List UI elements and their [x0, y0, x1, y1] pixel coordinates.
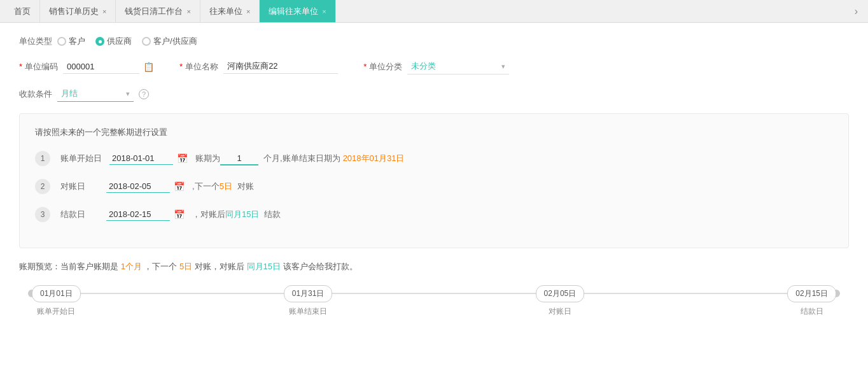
timeline-node-4: 02月15日 结款日 [787, 285, 836, 317]
period-end-date: 2018年01月31日 [343, 153, 405, 164]
tab-cash-work[interactable]: 钱货日清工作台 × [116, 0, 200, 22]
settings-box: 请按照未来的一个完整帐期进行设置 1 账单开始日 📅 账期为 个月,账单结束日期… [19, 113, 849, 248]
row-num-1: 1 [35, 151, 50, 166]
row-label-2: 对账日 [60, 181, 99, 192]
tab-sales-history[interactable]: 销售订单历史 × [40, 0, 116, 22]
start-date-input[interactable] [109, 152, 173, 165]
reconcile-suffix: 对账 [237, 181, 254, 192]
tab-cash-work-close[interactable]: × [186, 8, 190, 15]
payment-highlight: 同月15日 [225, 209, 259, 220]
payment-suffix: 结款 [264, 209, 281, 220]
radio-circle-customer [57, 37, 66, 46]
unit-code-group: * 单位编码 📋 [19, 60, 154, 74]
preview-mid2: 对账，对账后 [195, 262, 244, 271]
radio-supplier[interactable]: 供应商 [95, 36, 132, 47]
payment-condition-dropdown[interactable]: 月结 ▾ [57, 86, 134, 102]
unit-category-star: * [363, 62, 367, 71]
timeline-node-1: 01月01日 账单开始日 [32, 285, 81, 317]
preview-h1: 1个月 [121, 262, 142, 271]
preview-text: 账期预览：当前客户账期是 1个月 ，下一个 5日 对账，对账后 同月15日 该客… [19, 261, 849, 272]
setting-row-2: 2 对账日 📅 ,下一个 5日 对账 [35, 179, 833, 194]
reconcile-highlight: 5日 [220, 181, 232, 192]
radio-customer[interactable]: 客户 [57, 36, 85, 47]
row-num-3: 3 [35, 207, 50, 222]
preview-prefix: 账期预览：当前客户账期是 [19, 262, 118, 271]
timeline-node-2-date: 01月31日 [284, 285, 333, 302]
tab-sales-history-close[interactable]: × [102, 8, 106, 15]
unit-category-dropdown[interactable]: 未分类 ▾ [407, 59, 509, 74]
payment-condition-value: 月结 [61, 88, 123, 99]
unit-name-label: 单位名称 [185, 61, 218, 73]
row-label-3: 结款日 [60, 209, 99, 220]
preview-h2: 5日 [179, 262, 192, 271]
tab-partner-close[interactable]: × [246, 8, 250, 15]
setting-row-1: 1 账单开始日 📅 账期为 个月,账单结束日期为 2018年01月31日 [35, 151, 833, 166]
main-content: 单位类型 客户 供应商 客户/供应商 * 单位编码 📋 * 单位名称 [0, 23, 868, 387]
timeline-node-1-date: 01月01日 [32, 285, 81, 302]
unit-type-radio-group: 客户 供应商 客户/供应商 [57, 36, 197, 47]
timeline-node-3-date: 02月05日 [536, 285, 585, 302]
tab-edit-partner[interactable]: 编辑往来单位 × [260, 0, 335, 22]
unit-name-star: * [179, 62, 183, 71]
payment-condition-help-icon[interactable]: ? [139, 89, 149, 99]
tab-home[interactable]: 首页 [5, 0, 40, 22]
row-label-1: 账单开始日 [60, 153, 102, 164]
period-suffix: 个月,账单结束日期为 [263, 153, 340, 164]
radio-circle-customer-supplier [142, 37, 151, 46]
unit-category-group: * 单位分类 未分类 ▾ [363, 59, 509, 74]
reconcile-prefix: ,下一个 [192, 181, 220, 192]
timeline: 01月01日 账单开始日 01月31日 账单结束日 02月05日 对账日 02月… [19, 285, 849, 317]
start-date-calendar-icon[interactable]: 📅 [177, 153, 188, 164]
timeline-node-4-label: 结款日 [801, 306, 823, 317]
timeline-nodes: 01月01日 账单开始日 01月31日 账单结束日 02月05日 对账日 02月… [32, 285, 836, 317]
payment-date-input[interactable] [106, 208, 170, 221]
payment-condition-label: 收款条件 [19, 88, 52, 100]
setting-row-3: 3 结款日 📅 ，对账后 同月15日 结款 [35, 207, 833, 222]
unit-category-label: 单位分类 [369, 61, 402, 73]
reconcile-date-calendar-icon[interactable]: 📅 [174, 181, 185, 192]
settings-title: 请按照未来的一个完整帐期进行设置 [35, 127, 833, 138]
period-input[interactable] [220, 152, 258, 165]
preview-h3: 同月15日 [247, 262, 281, 271]
timeline-node-4-date: 02月15日 [787, 285, 836, 302]
period-prefix: 账期为 [195, 153, 220, 164]
unit-type-label: 单位类型 [19, 36, 52, 47]
radio-customer-supplier[interactable]: 客户/供应商 [142, 36, 197, 47]
preview-mid1: ，下一个 [144, 262, 177, 271]
payment-date-calendar-icon[interactable]: 📅 [174, 209, 185, 220]
unit-code-label: 单位编码 [25, 61, 58, 73]
tab-expand-button[interactable]: › [850, 6, 863, 17]
payment-condition-row: 收款条件 月结 ▾ ? [19, 86, 849, 102]
payment-condition-arrow-icon: ▾ [126, 90, 130, 98]
radio-circle-supplier [95, 37, 104, 46]
unit-type-row: 单位类型 客户 供应商 客户/供应商 [19, 36, 849, 47]
timeline-node-2-label: 账单结束日 [289, 306, 327, 317]
timeline-node-1-label: 账单开始日 [37, 306, 75, 317]
unit-details-row: * 单位编码 📋 * 单位名称 * 单位分类 未分类 ▾ [19, 59, 849, 74]
timeline-node-3-label: 对账日 [549, 306, 571, 317]
timeline-node-2: 01月31日 账单结束日 [284, 285, 333, 317]
unit-code-star: * [19, 62, 22, 71]
unit-name-group: * 单位名称 [179, 60, 338, 74]
tab-bar: 首页 销售订单历史 × 钱货日清工作台 × 往来单位 × 编辑往来单位 × › [0, 0, 868, 23]
tab-edit-partner-close[interactable]: × [322, 8, 326, 15]
unit-code-copy-icon[interactable]: 📋 [143, 62, 154, 72]
timeline-node-3: 02月05日 对账日 [536, 285, 585, 317]
preview-suffix: 该客户会给我打款。 [283, 262, 358, 271]
unit-code-input[interactable] [63, 60, 139, 74]
payment-prefix: ，对账后 [192, 209, 225, 220]
tab-partner[interactable]: 往来单位 × [200, 0, 260, 22]
reconcile-date-input[interactable] [106, 180, 170, 193]
unit-category-arrow-icon: ▾ [501, 62, 505, 71]
unit-name-input[interactable] [223, 60, 338, 74]
row-num-2: 2 [35, 179, 50, 194]
unit-category-value: 未分类 [411, 60, 499, 72]
